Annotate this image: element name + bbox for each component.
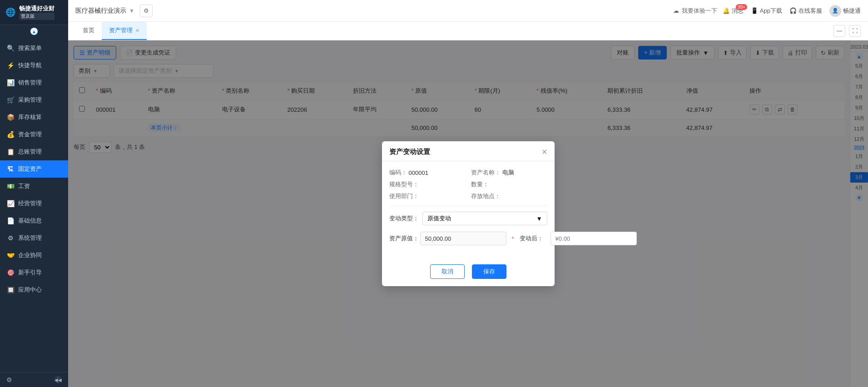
sidebar-item-ledger[interactable]: 📋总账管理	[0, 143, 68, 160]
app-name: 畅捷通好业财	[19, 5, 55, 13]
sidebar-item-enterprise[interactable]: 🤝企业协同	[0, 247, 68, 264]
sidebar-item-quicknav[interactable]: ⚡快捷导航	[0, 57, 68, 74]
settings-icon[interactable]: ⚙	[6, 376, 12, 383]
sidebar-icon-ledger: 📋	[6, 148, 15, 156]
modal-quantity-field: 数量：	[471, 180, 547, 189]
user-menu[interactable]: 👤 畅捷通	[829, 5, 861, 17]
chevron-down-icon: ▼	[536, 215, 542, 222]
sidebar-toggle[interactable]: ◀◀	[55, 376, 62, 383]
asset-value-input[interactable]	[420, 232, 506, 245]
save-button[interactable]: 保存	[472, 264, 506, 279]
sidebar-item-base_info[interactable]: 📄基础信息	[0, 212, 68, 229]
change-type-field: 变动类型： 原值变动 ▼	[389, 212, 547, 225]
modal-body: 编码： 000001 资产名称： 电脑 规格型号： 数量：	[382, 161, 555, 259]
sidebar-item-operations[interactable]: 📈经营管理	[0, 195, 68, 212]
sidebar-label-base_info: 基础信息	[18, 217, 42, 225]
download-icon: 📱	[751, 7, 758, 14]
after-value-input[interactable]	[551, 232, 637, 245]
modal-spec-field: 规格型号：	[389, 180, 466, 189]
sidebar-icon-operations: 📈	[6, 199, 15, 208]
sidebar-label-enterprise: 企业协同	[18, 251, 42, 259]
cancel-button[interactable]: 取消	[430, 264, 465, 279]
sidebar-icon-system: ⚙	[6, 234, 15, 242]
sidebar-icon-fixed_assets: 🏗	[6, 165, 15, 173]
content-area: ☰ 资产明细 📄 变更生成凭证 对账 + 新增 批量操作	[68, 40, 868, 387]
sidebar-label-system: 系统管理	[18, 234, 42, 242]
modal-dept-field: 使用部门：	[389, 192, 466, 200]
sidebar-item-finance[interactable]: 💰资金管理	[0, 126, 68, 143]
sidebar-label-inventory: 库存核算	[18, 113, 42, 121]
sidebar-label-fixed_assets: 固定资产	[18, 165, 42, 173]
sidebar-icon-inventory: 📦	[6, 113, 15, 121]
required-star: *	[512, 235, 514, 242]
sidebar-label-purchase: 采购管理	[18, 96, 42, 104]
sidebar-icon-enterprise: 🤝	[6, 251, 15, 259]
change-type-select[interactable]: 原值变动 ▼	[422, 212, 547, 225]
tab-maximize-button[interactable]: ⛶	[849, 25, 861, 37]
sidebar-icon-purchase: 🛒	[6, 96, 15, 104]
modal-overlay: 资产变动设置 ✕ 编码： 000001 资产名称： 电脑	[68, 40, 868, 387]
tab-close-icon[interactable]: ✕	[135, 28, 139, 34]
modal-info-grid: 编码： 000001 资产名称： 电脑 规格型号： 数量：	[389, 169, 547, 200]
modal-title: 资产变动设置	[389, 148, 430, 156]
sidebar-label-search: 搜索菜单	[18, 44, 42, 52]
sidebar-icon-sales: 📊	[6, 79, 15, 87]
experience-link[interactable]: ☁ 我要体验一下	[673, 7, 717, 15]
sidebar-item-guide[interactable]: 🎯新手引导	[0, 264, 68, 281]
sidebar-label-payroll: 工资	[18, 182, 30, 190]
avatar: 👤	[829, 5, 841, 17]
sidebar-icon-payroll: 💵	[6, 182, 15, 190]
sidebar-scroll-up[interactable]: ▲	[30, 28, 38, 35]
sidebar-item-sales[interactable]: 📊销售管理	[0, 74, 68, 91]
sidebar-item-inventory[interactable]: 📦库存核算	[0, 109, 68, 126]
sidebar-icon-base_info: 📄	[6, 217, 15, 225]
asset-value-field: 资产原值： * 变动后：	[389, 232, 547, 245]
sidebar-label-ledger: 总账管理	[18, 148, 42, 156]
sidebar-item-system[interactable]: ⚙系统管理	[0, 229, 68, 247]
sidebar-item-search[interactable]: 🔍搜索菜单	[0, 40, 68, 57]
modal-asset-name-field: 资产名称： 电脑	[471, 169, 547, 177]
sidebar-item-payroll[interactable]: 💵工资	[0, 178, 68, 195]
modal-code-field: 编码： 000001	[389, 169, 466, 177]
settings-button[interactable]: ⚙	[140, 5, 153, 17]
sidebar-item-purchase[interactable]: 🛒采购管理	[0, 91, 68, 109]
cloud-icon: ☁	[673, 7, 679, 14]
modal-footer: 取消 保存	[382, 259, 555, 286]
tab-controls: — ⛶	[833, 25, 861, 37]
sidebar-icon-quicknav: ⚡	[6, 61, 15, 69]
sidebar-label-sales: 销售管理	[18, 79, 42, 87]
tab-asset-management[interactable]: 资产管理 ✕	[102, 22, 147, 40]
modal-divider	[389, 206, 547, 206]
sidebar-menu: 🔍搜索菜单⚡快捷导航📊销售管理🛒采购管理📦库存核算💰资金管理📋总账管理🏗固定资产…	[0, 38, 68, 372]
asset-change-modal: 资产变动设置 ✕ 编码： 000001 资产名称： 电脑	[382, 141, 555, 286]
chevron-icon: ▼	[129, 8, 134, 14]
sidebar-icon-search: 🔍	[6, 44, 15, 52]
sidebar-label-app_center: 应用中心	[18, 286, 42, 294]
main-area: 医疗器械行业演示 ▼ ⚙ ☁ 我要体验一下 🔔 消息 99+ 📱 App下载 🎧…	[68, 0, 868, 387]
topbar: 医疗器械行业演示 ▼ ⚙ ☁ 我要体验一下 🔔 消息 99+ 📱 App下载 🎧…	[68, 0, 868, 22]
modal-header: 资产变动设置 ✕	[382, 141, 555, 161]
tabs-bar: 首页 资产管理 ✕ — ⛶	[68, 22, 868, 40]
sidebar-label-guide: 新手引导	[18, 268, 42, 277]
messages-badge: 99+	[736, 4, 747, 10]
sidebar-label-operations: 经营管理	[18, 199, 42, 208]
modal-close-button[interactable]: ✕	[541, 148, 547, 156]
sidebar-label-quicknav: 快捷导航	[18, 61, 42, 69]
company-title: 医疗器械行业演示 ▼	[75, 7, 134, 15]
topbar-actions: 🔔 消息 99+ 📱 App下载 🎧 在线客服 👤 畅捷通	[723, 5, 861, 17]
online-service-button[interactable]: 🎧 在线客服	[789, 7, 822, 15]
sidebar-icon-finance: 💰	[6, 130, 15, 139]
messages-button[interactable]: 🔔 消息 99+	[723, 7, 744, 15]
app-edition: 普及版	[19, 13, 55, 20]
sidebar-item-app_center[interactable]: 🔲应用中心	[0, 281, 68, 298]
sidebar-item-fixed_assets[interactable]: 🏗固定资产	[0, 160, 68, 178]
sidebar-label-finance: 资金管理	[18, 130, 42, 139]
app-download-button[interactable]: 📱 App下载	[751, 7, 782, 15]
tab-minimize-button[interactable]: —	[833, 25, 845, 37]
sidebar-icon-app_center: 🔲	[6, 286, 15, 294]
tab-home[interactable]: 首页	[75, 22, 102, 40]
headset-icon: 🎧	[789, 7, 797, 14]
sidebar: 🌐 畅捷通好业财 普及版 ▲ 🔍搜索菜单⚡快捷导航📊销售管理🛒采购管理📦库存核算…	[0, 0, 68, 387]
bell-icon: 🔔	[723, 7, 730, 14]
sidebar-icon-guide: 🎯	[6, 268, 15, 277]
